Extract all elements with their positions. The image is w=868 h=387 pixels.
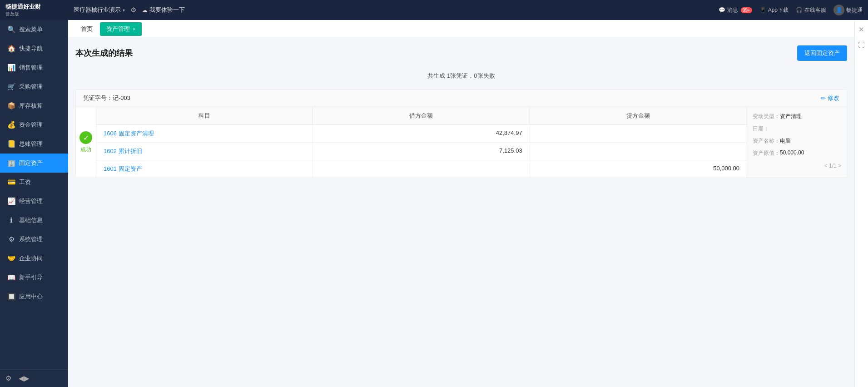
quick-nav-icon: 🏠 — [7, 45, 15, 53]
online-service-button[interactable]: 🎧 在线客服 — [796, 6, 826, 14]
finance-icon: 💰 — [7, 121, 15, 129]
sidebar-item-payroll[interactable]: 💳 工资 — [0, 173, 68, 192]
page-header: 本次生成的结果 返回固定资产 — [75, 45, 847, 61]
edit-label: 修改 — [828, 94, 839, 102]
cloud-icon: ☁ — [142, 7, 148, 14]
voucher-table: 科目 借方金额 贷方金额 1606 固定资产清理 42,874.97 1602 … — [96, 107, 747, 178]
sidebar-item-operations[interactable]: 📈 经营管理 — [0, 192, 68, 211]
cell-credit-1 — [530, 143, 747, 160]
cell-debit-0: 42,874.97 — [313, 125, 530, 142]
collapse-icon[interactable]: ◀▶ — [19, 374, 30, 382]
app-name: 畅捷通好业财 — [5, 3, 41, 11]
sidebar-label-quick-nav: 快捷导航 — [19, 45, 43, 53]
chevron-down-icon: ▾ — [123, 8, 125, 13]
app-download-label: App下载 — [768, 6, 789, 14]
sidebar-item-basic-info[interactable]: ℹ 基础信息 — [0, 211, 68, 230]
close-icon[interactable]: × — [133, 26, 135, 32]
sidebar-item-system[interactable]: ⚙ 系统管理 — [0, 230, 68, 249]
sidebar-item-cooperation[interactable]: 🤝 企业协同 — [0, 249, 68, 268]
sidebar-item-app-center[interactable]: 🔲 应用中心 — [0, 287, 68, 306]
status-column: ✓ 成功 — [76, 107, 96, 178]
sidebar-label-system: 系统管理 — [19, 235, 43, 243]
tab-home[interactable]: 首页 — [75, 21, 98, 37]
tab-asset-management[interactable]: 资产管理 × — [100, 22, 142, 36]
sidebar-label-inventory: 库存核算 — [19, 102, 43, 110]
sidebar-label-search: 搜索菜单 — [19, 25, 43, 34]
sidebar-scroll: 🔍 搜索菜单 🏠 快捷导航 📊 销售管理 🛒 采购管理 📦 库存核算 💰 资金管… — [0, 20, 68, 369]
change-type-label: 变动类型： — [753, 113, 780, 120]
page-title: 本次生成的结果 — [75, 48, 133, 59]
change-type-value: 资产清理 — [780, 113, 802, 120]
inventory-icon: 📦 — [7, 102, 15, 110]
sidebar-item-inventory[interactable]: 📦 库存核算 — [0, 96, 68, 115]
cell-credit-0 — [530, 125, 747, 142]
service-icon: 🎧 — [796, 7, 803, 13]
page-content: 本次生成的结果 返回固定资产 共生成 1张凭证，0张失败 凭证字号：记-003 … — [68, 38, 854, 387]
download-icon: 📱 — [759, 7, 766, 13]
sidebar-label-payroll: 工资 — [19, 178, 31, 186]
search-icon: 🔍 — [7, 25, 15, 34]
workspace-selector[interactable]: 医疗器械行业演示 ▾ — [74, 6, 125, 14]
success-icon: ✓ — [79, 131, 92, 144]
sidebar-item-purchase[interactable]: 🛒 采购管理 — [0, 77, 68, 96]
col-debit: 借方金额 — [313, 107, 530, 124]
pagination[interactable]: < 1/1 > — [753, 163, 841, 169]
header-right: 💬 消息 99+ 📱 App下载 🎧 在线客服 👤 畅捷通 — [719, 5, 863, 15]
messages-button[interactable]: 💬 消息 99+ — [719, 6, 752, 14]
sidebar-item-quick-nav[interactable]: 🏠 快捷导航 — [0, 39, 68, 58]
edit-button[interactable]: ✏ 修改 — [821, 94, 839, 102]
sidebar-bottom: ⚙ ◀▶ — [0, 369, 68, 387]
online-service-label: 在线客服 — [804, 6, 826, 14]
guide-icon: 📖 — [7, 273, 15, 282]
workspace-name: 医疗器械行业演示 — [74, 6, 121, 14]
change-type-row: 变动类型： 资产清理 — [753, 113, 841, 120]
header-center: 医疗器械行业演示 ▾ ⚙ ☁ 我要体验一下 — [74, 4, 719, 16]
message-icon: 💬 — [719, 7, 725, 13]
close-panel-button[interactable]: ✕ — [857, 24, 866, 35]
cell-subject-1: 1602 累计折旧 — [96, 143, 313, 160]
experience-label: 我要体验一下 — [149, 6, 185, 14]
main-layout: 🔍 搜索菜单 🏠 快捷导航 📊 销售管理 🛒 采购管理 📦 库存核算 💰 资金管… — [0, 20, 868, 387]
operations-icon: 📈 — [7, 197, 15, 205]
workspace-settings-button[interactable]: ⚙ — [129, 4, 138, 16]
purchase-icon: 🛒 — [7, 83, 15, 91]
sidebar-label-fixed-assets: 固定资产 — [19, 159, 43, 167]
status-text: 成功 — [80, 146, 91, 154]
expand-panel-button[interactable]: ⛶ — [856, 39, 867, 50]
edit-icon: ✏ — [821, 95, 826, 102]
table-row: 1601 固定资产 50,000.00 — [96, 160, 747, 178]
avatar: 👤 — [833, 5, 844, 15]
sidebar-item-guide[interactable]: 📖 新手引导 — [0, 268, 68, 287]
sidebar-item-finance[interactable]: 💰 资金管理 — [0, 115, 68, 134]
user-profile[interactable]: 👤 畅捷通 — [833, 5, 863, 15]
return-fixed-assets-button[interactable]: 返回固定资产 — [797, 45, 847, 61]
sidebar-label-cooperation: 企业协同 — [19, 254, 43, 263]
sidebar-item-fixed-assets[interactable]: 🏢 固定资产 — [0, 154, 68, 173]
tab-bar: 首页 资产管理 × — [68, 20, 854, 38]
side-info-panel: 变动类型： 资产清理 日期： 资产名称： 电脑 资产原值： — [747, 107, 847, 178]
experience-button[interactable]: ☁ 我要体验一下 — [142, 6, 185, 14]
content-area: 首页 资产管理 × 本次生成的结果 返回固定资产 共生成 1张凭证，0张失败 凭… — [68, 20, 854, 387]
original-value-value: 50,000.00 — [780, 149, 804, 157]
right-panel: ✕ ⛶ — [854, 20, 868, 387]
table-row: 1606 固定资产清理 42,874.97 — [96, 125, 747, 143]
asset-name-row: 资产名称： 电脑 — [753, 137, 841, 145]
sidebar-label-finance: 资金管理 — [19, 121, 43, 129]
messages-label: 消息 — [727, 6, 738, 14]
table-header: 科目 借方金额 贷方金额 — [96, 107, 747, 125]
sidebar-item-sales[interactable]: 📊 销售管理 — [0, 58, 68, 77]
sidebar-item-search[interactable]: 🔍 搜索菜单 — [0, 20, 68, 39]
cell-subject-0: 1606 固定资产清理 — [96, 125, 313, 142]
sidebar-item-ledger[interactable]: 📒 总账管理 — [0, 134, 68, 154]
table-row: 1602 累计折旧 7,125.03 — [96, 143, 747, 160]
cell-credit-2: 50,000.00 — [530, 160, 747, 178]
app-center-icon: 🔲 — [7, 293, 15, 301]
table-rows: 1606 固定资产清理 42,874.97 1602 累计折旧 7,125.03… — [96, 125, 747, 178]
app-edition: 普及版 — [5, 11, 19, 17]
top-header: 畅捷通好业财 普及版 医疗器械行业演示 ▾ ⚙ ☁ 我要体验一下 💬 消息 99… — [0, 0, 868, 20]
sidebar-label-basic-info: 基础信息 — [19, 216, 43, 224]
app-download-button[interactable]: 📱 App下载 — [759, 6, 789, 14]
settings-icon[interactable]: ⚙ — [5, 374, 11, 382]
summary-line: 共生成 1张凭证，0张失败 — [75, 68, 847, 84]
sidebar-label-ledger: 总账管理 — [19, 140, 43, 148]
